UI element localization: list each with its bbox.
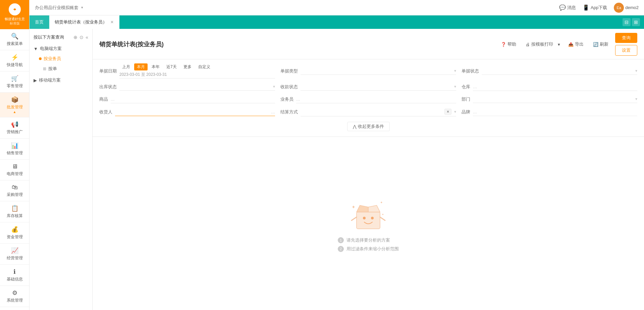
plan-category-pc[interactable]: ▼ 电脑端方案 xyxy=(30,44,92,54)
consignee-input[interactable] xyxy=(115,109,270,114)
svg-point-5 xyxy=(363,217,366,219)
sidebar-item-finance[interactable]: 💰 资金管理 xyxy=(0,222,29,244)
export-label: 导出 xyxy=(575,41,584,47)
workspace-dropdown-icon[interactable]: ▾ xyxy=(81,5,83,10)
staff-more-icon[interactable]: ... xyxy=(296,96,300,102)
sidebar-item-ecommerce[interactable]: 🖥 电商管理 xyxy=(0,160,29,180)
plan-item-by-staff[interactable]: 按业务员 xyxy=(30,54,92,64)
sidebar-item-collab[interactable]: 👥 企业协同 xyxy=(0,307,29,310)
filter-item-goods: 商品 ... xyxy=(99,95,275,103)
date-tab-this-month[interactable]: 本月 xyxy=(134,63,148,70)
page-title: 销货单统计表(按业务员) xyxy=(99,40,164,48)
bill-type-label: 单据类型 xyxy=(280,68,298,74)
filter-row-4: 收货人 ... 结算方式 × ▾ xyxy=(99,107,637,116)
date-tab-this-year[interactable]: 本年 xyxy=(149,63,162,70)
empty-tip-2: 2 用过滤条件来缩小分析范围 xyxy=(338,246,399,252)
date-tab-more[interactable]: 更多 xyxy=(181,63,194,70)
svg-line-7 xyxy=(352,217,357,220)
brand-more-icon[interactable]: ... xyxy=(473,109,477,114)
sidebar-logo: 畅捷通好生意 标准版 xyxy=(0,0,30,29)
consignee-more-icon[interactable]: ... xyxy=(271,109,275,114)
settlement-tag-close[interactable]: × xyxy=(447,109,449,114)
empty-illustration: ✦ ✦ ✦ xyxy=(348,195,388,233)
category-expand-icon-mobile: ▶ xyxy=(34,78,37,83)
query-button[interactable]: 查询 xyxy=(615,33,637,43)
date-tabs: 上月 本月 本年 近7天 更多 自定义 xyxy=(119,63,275,70)
app-download-action[interactable]: 📱 App下载 xyxy=(583,4,607,11)
tab-minimize-button[interactable]: ⊟ xyxy=(623,18,631,26)
category-mobile-label: 移动端方案 xyxy=(39,77,61,83)
out-status-select[interactable]: ▾ xyxy=(119,83,275,91)
warehouse-label: 仓库 xyxy=(462,84,470,90)
sidebar-item-label: 采购管理 xyxy=(7,192,23,198)
ecommerce-icon: 🖥 xyxy=(12,163,18,170)
user-action[interactable]: Ea demo2 xyxy=(614,3,639,13)
setting-button[interactable]: 设置 xyxy=(615,45,637,56)
plan-category-mobile[interactable]: ▶ 移动端方案 xyxy=(30,75,92,85)
sidebar-item-operations[interactable]: 📈 经营管理 xyxy=(0,244,29,265)
right-action-buttons: 查询 设置 xyxy=(615,33,637,56)
filter-item-staff: 业务员 ... xyxy=(280,95,456,103)
tab-close-icon[interactable]: ✕ xyxy=(110,20,114,24)
filter-area: 单据日期 上月 本月 本年 近7天 更多 自定义 2023-03-01 至 20… xyxy=(93,59,644,137)
sidebar-item-retail[interactable]: 🛒 零售管理 xyxy=(0,71,29,93)
export-icon: 📤 xyxy=(568,42,574,47)
date-tab-7days[interactable]: 近7天 xyxy=(164,63,179,70)
filter-item-receipt-status: 收款状态 ▾ xyxy=(280,83,456,91)
filter-row-2: 出库状态 ▾ 收款状态 ▾ 仓库 xyxy=(99,83,637,91)
page-header: 销货单统计表(按业务员) ❓ 帮助 🖨 按模板打印 ▾ xyxy=(93,29,644,59)
date-tab-custom[interactable]: 自定义 xyxy=(196,63,213,70)
receipt-status-select[interactable]: ▾ xyxy=(301,83,456,91)
refresh-label: 刷新 xyxy=(600,41,608,47)
tab-sales-stat[interactable]: 销货单统计表（按业务员） ✕ xyxy=(49,15,119,29)
warehouse-more-icon[interactable]: ... xyxy=(473,84,477,89)
filter-item-bill-status: 单据状态 ▾ xyxy=(462,67,637,75)
sidebar-item-sales[interactable]: 📊 销售管理 xyxy=(0,139,29,160)
bill-status-select[interactable]: ▾ xyxy=(482,67,637,75)
goods-more-icon[interactable]: ... xyxy=(111,96,115,102)
tab-home[interactable]: 首页 xyxy=(30,15,49,29)
date-tab-last-month[interactable]: 上月 xyxy=(119,63,133,70)
bill-type-chevron-icon: ▾ xyxy=(454,68,456,73)
category-expand-icon: ▼ xyxy=(34,46,38,51)
tab-maximize-button[interactable]: ⊞ xyxy=(632,18,640,26)
tip1-number: 1 xyxy=(338,237,344,243)
add-plan-icon[interactable]: ⊕ xyxy=(73,35,77,40)
out-status-chevron-icon: ▾ xyxy=(273,84,275,89)
goods-control: ... xyxy=(111,95,275,103)
logo-icon xyxy=(9,3,21,15)
logo-subtext: 标准版 xyxy=(10,21,20,26)
filter-item-warehouse: 仓库 ... xyxy=(462,83,637,91)
tab-bar: 首页 销货单统计表（按业务员） ✕ ⊟ ⊞ xyxy=(30,15,644,29)
tab-controls: ⊟ ⊞ xyxy=(619,18,644,26)
export-button[interactable]: 📤 导出 xyxy=(566,40,586,49)
sidebar-item-label: 零售管理 xyxy=(7,83,23,89)
refresh-button[interactable]: 🔄 刷新 xyxy=(590,40,611,49)
message-action[interactable]: 💬 消息 xyxy=(559,4,576,11)
plan-item-by-order[interactable]: ⊞ 按单 xyxy=(30,64,92,74)
left-panel-title: 按以下方案查询 xyxy=(34,34,64,40)
dept-select[interactable]: ▾ xyxy=(473,95,637,103)
print-button[interactable]: 🖨 按模板打印 xyxy=(523,40,556,49)
sidebar-item-quick-nav[interactable]: ⚡ 快捷导航 xyxy=(0,50,29,71)
staff-label: 业务员 xyxy=(280,96,293,102)
sidebar-item-marketing[interactable]: 📢 营销推广 xyxy=(0,117,29,139)
sidebar-item-search[interactable]: 🔍 搜索菜单 xyxy=(0,29,29,50)
svg-point-6 xyxy=(371,217,374,219)
sidebar-item-purchase[interactable]: 🛍 采购管理 xyxy=(0,180,29,201)
tab-sales-stat-label: 销货单统计表（按业务员） xyxy=(55,19,107,25)
sidebar-item-inventory[interactable]: 📋 库存核算 xyxy=(0,201,29,222)
bill-type-select[interactable]: ▾ xyxy=(301,67,456,75)
sidebar-item-wholesale[interactable]: 📦 批发管理 ▲ xyxy=(0,93,29,117)
sidebar-item-system[interactable]: ⚙ 系统管理 xyxy=(0,286,29,307)
edit-plan-icon[interactable]: ⊙ xyxy=(79,35,84,40)
sidebar-item-basic-info[interactable]: ℹ 基础信息 xyxy=(0,265,29,286)
help-button[interactable]: ❓ 帮助 xyxy=(498,40,519,49)
settlement-select[interactable]: × ▾ xyxy=(301,107,456,116)
print-dropdown-button[interactable]: ▾ xyxy=(556,41,561,48)
empty-tip-1: 1 请先选择要分析的方案 xyxy=(338,237,399,243)
search-icon: 🔍 xyxy=(11,33,18,40)
workspace-title: 办公用品行业模拟账套 xyxy=(35,5,78,11)
collapse-button[interactable]: ⋀ 收起更多条件 xyxy=(347,122,390,131)
collapse-panel-icon[interactable]: « xyxy=(86,35,88,40)
